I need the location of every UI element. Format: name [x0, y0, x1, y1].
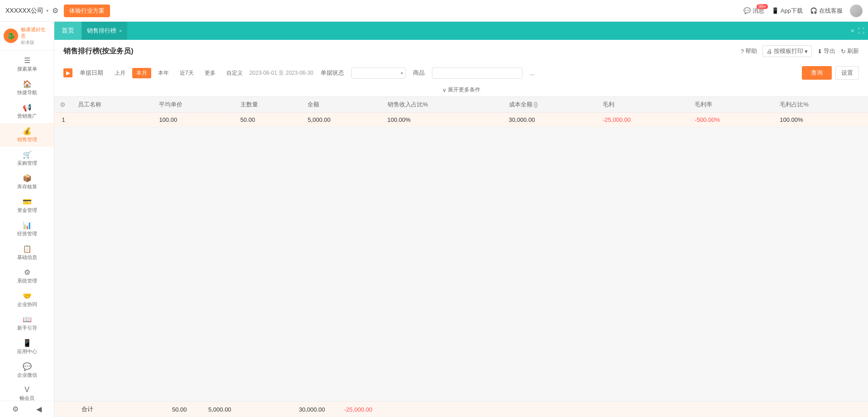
cell-gross-rate: -500.00% — [689, 113, 774, 127]
sidebar-item-sales[interactable]: 💰 销售管理 — [0, 123, 54, 147]
print-label: 按模板打印 — [774, 47, 803, 55]
footer-amount: 5,000.00 — [203, 406, 248, 413]
date-btn-this-year[interactable]: 本年 — [154, 68, 173, 78]
help-label: 帮助 — [745, 47, 757, 55]
sidebar-item-marketing[interactable]: 📢 营销推广 — [0, 100, 54, 123]
sidebar-item-label: 基础信息 — [17, 254, 37, 261]
sidebar-item-search[interactable]: ☰ 搜索菜单 — [0, 53, 54, 76]
sidebar-item-finance[interactable]: 💳 资金管理 — [0, 194, 54, 217]
date-btn-this-month[interactable]: 本月 — [132, 68, 151, 78]
inventory-icon: 📦 — [23, 174, 32, 182]
sidebar-item-label: 库存核算 — [17, 183, 37, 190]
col-cost: 成本全额 i — [504, 97, 597, 113]
col-qty: 主数量 — [235, 97, 302, 113]
cell-avg-price: 100.00 — [153, 113, 235, 127]
operations-icon: 📊 — [23, 221, 32, 230]
message-button[interactable]: 💬 消息 99+ — [743, 7, 764, 15]
column-settings-button[interactable]: 设置 — [835, 66, 859, 80]
goods-filter-label: 商品 — [413, 69, 425, 77]
data-table-wrapper: ⚙ 员工名称 平均单价 主数量 全额 销售收入占比% 成本全额 i 毛利 毛利率 — [54, 97, 868, 127]
tab-home[interactable]: 首页 — [54, 22, 82, 40]
settings-icon[interactable]: ⚙ — [52, 6, 58, 15]
sidebar-item-label: 畅会员 — [19, 395, 34, 401]
wechat-icon: 💬 — [23, 362, 32, 371]
system-icon: ⚙ — [24, 268, 30, 277]
sidebar-item-operations[interactable]: 📊 经营管理 — [0, 217, 54, 241]
sidebar-item-app-center[interactable]: 📱 应用中心 — [0, 335, 54, 359]
date-filter-label: 单据日期 — [80, 69, 103, 77]
goods-filter-input[interactable] — [432, 67, 523, 79]
sales-icon: 💰 — [23, 127, 32, 135]
trial-button[interactable]: 体验行业方案 — [64, 5, 110, 17]
filter-expand-arrow[interactable]: ▶ — [63, 68, 72, 77]
help-button[interactable]: ? 帮助 — [741, 47, 757, 55]
col-settings: ⚙ — [54, 97, 72, 113]
sidebar-item-member[interactable]: V 畅会员 — [0, 382, 54, 401]
app-center-icon: 📱 — [23, 339, 32, 347]
main-content: 销售排行榜(按业务员) ? 帮助 🖨 按模板打印 ▾ — [54, 40, 868, 401]
print-button[interactable]: 🖨 按模板打印 ▾ — [762, 45, 812, 57]
headset-icon: 🎧 — [810, 7, 817, 14]
enterprise-icon: 🤝 — [23, 292, 32, 300]
export-icon: ⬇ — [817, 48, 822, 55]
sidebar: 🐉 畅康通好生意 标准版 ☰ 搜索菜单 🏠 快捷导航 📢 营销推广 — [0, 22, 54, 417]
sidebar-item-label: 经营管理 — [17, 230, 37, 237]
sidebar-item-label: 新手引导 — [17, 325, 37, 331]
expand-more-conditions-button[interactable]: ∨ 展开更多条件 — [442, 86, 480, 94]
refresh-button[interactable]: ↻ 刷新 — [841, 47, 859, 55]
expand-window-icon[interactable]: ⛶ — [858, 27, 864, 34]
app-download-button[interactable]: 📱 App下载 — [772, 7, 803, 15]
avatar[interactable] — [850, 5, 863, 17]
cell-qty: 50.00 — [235, 113, 302, 127]
company-name: XXXXXX公司 — [5, 7, 43, 15]
tab-sales-ranking-label: 销售排行榜 — [87, 27, 116, 35]
query-button[interactable]: 查询 — [802, 66, 832, 80]
collapse-sidebar-icon[interactable]: ◀ — [36, 405, 42, 413]
page-title: 销售排行榜(按业务员) — [63, 47, 134, 56]
more-filters-btn[interactable]: ... — [530, 70, 535, 77]
sidebar-item-basic-info[interactable]: 📋 基础信息 — [0, 241, 54, 264]
purchase-icon: 🛒 — [23, 150, 32, 159]
col-employee-name: 员工名称 — [72, 97, 153, 113]
sidebar-item-purchase[interactable]: 🛒 采购管理 — [0, 147, 54, 170]
sidebar-item-inventory[interactable]: 📦 库存核算 — [0, 170, 54, 194]
sidebar-item-quick-nav[interactable]: 🏠 快捷导航 — [0, 76, 54, 100]
expand-more-label: 展开更多条件 — [448, 86, 480, 94]
header-actions: ? 帮助 🖨 按模板打印 ▾ ⬇ 导出 — [741, 45, 859, 57]
date-btn-more[interactable]: 更多 — [201, 68, 220, 78]
table-row: 1 100.00 50.00 5,000.00 100.00% 30,000.0… — [54, 113, 868, 127]
settings-bottom-icon[interactable]: ⚙ — [12, 405, 19, 413]
column-gear-icon[interactable]: ⚙ — [60, 101, 66, 108]
col-revenue-pct: 销售收入占比% — [382, 97, 504, 113]
company-selector[interactable]: XXXXXX公司 ▾ — [5, 7, 48, 15]
col-amount: 全额 — [302, 97, 382, 113]
close-window-icon[interactable]: × — [851, 27, 854, 34]
status-select[interactable] — [351, 67, 406, 79]
sidebar-item-label: 系统管理 — [17, 278, 37, 284]
tab-close-icon[interactable]: × — [119, 28, 122, 34]
tab-bar: 首页 销售排行榜 × × ⛶ — [54, 22, 868, 40]
content-area: 首页 销售排行榜 × × ⛶ 销售排行榜(按业务员) — [54, 22, 868, 417]
date-btn-last-month[interactable]: 上月 — [110, 68, 129, 78]
date-btn-custom[interactable]: 自定义 — [222, 68, 247, 78]
online-service-button[interactable]: 🎧 在线客服 — [810, 7, 843, 15]
sidebar-item-system[interactable]: ⚙ 系统管理 — [0, 264, 54, 288]
cell-revenue-pct: 100.00% — [382, 113, 504, 127]
export-button[interactable]: ⬇ 导出 — [817, 47, 835, 55]
col-avg-price: 平均单价 — [153, 97, 235, 113]
app-download-label: App下载 — [781, 7, 803, 15]
date-btn-7days[interactable]: 近7天 — [176, 68, 198, 78]
sidebar-item-label: 销售管理 — [17, 136, 37, 143]
sidebar-item-label: 营销推广 — [17, 113, 37, 120]
chevron-down-icon: ∨ — [442, 87, 446, 93]
sidebar-item-label: 快捷导航 — [17, 89, 37, 96]
message-badge: 99+ — [757, 4, 768, 9]
chevron-down-icon: ▾ — [46, 8, 48, 13]
sidebar-item-enterprise[interactable]: 🤝 企业协同 — [0, 288, 54, 312]
tab-sales-ranking[interactable]: 销售排行榜 × — [82, 22, 127, 40]
footer-label: 合计 — [76, 405, 130, 413]
date-filter-group: 上月 本月 本年 近7天 更多 自定义 2023-06-01 至 2023-06… — [110, 68, 313, 78]
refresh-label: 刷新 — [847, 47, 859, 55]
sidebar-item-wechat[interactable]: 💬 企业微信 — [0, 359, 54, 382]
sidebar-item-guide[interactable]: 📖 新手引导 — [0, 312, 54, 335]
